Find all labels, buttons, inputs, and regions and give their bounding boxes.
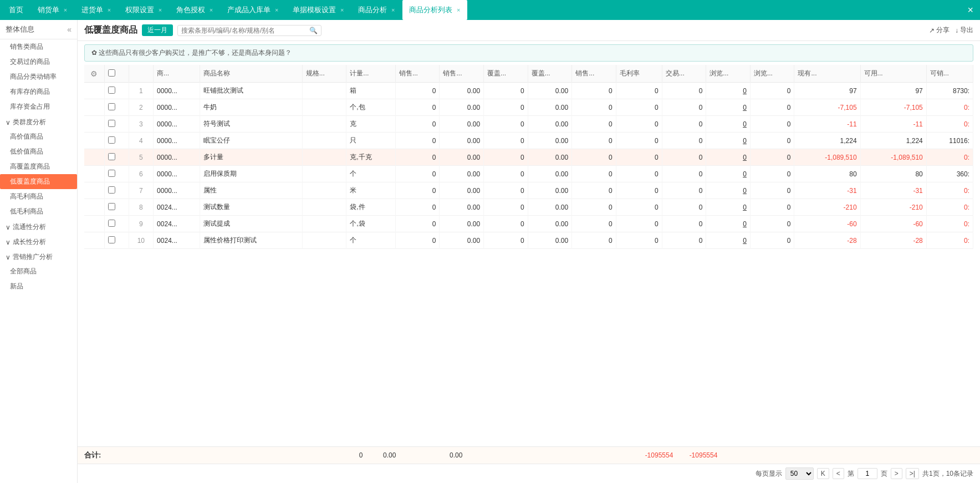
nav-permissions[interactable]: 权限设置 ×	[119, 0, 169, 20]
nav-purchase[interactable]: 进货单 ×	[75, 0, 118, 20]
export-button[interactable]: ↓ 导出	[955, 26, 973, 35]
per-page-select[interactable]: 20 50 100	[785, 467, 814, 480]
row-checkbox[interactable]	[108, 120, 115, 127]
row-settings	[84, 99, 104, 116]
settings-icon[interactable]: ⚙	[90, 69, 98, 78]
nav-analysis[interactable]: 商品分析 ×	[351, 0, 401, 20]
nav-analysis-list[interactable]: 商品分析列表 ×	[402, 0, 467, 20]
sidebar-item-high-margin[interactable]: 高毛利商品	[0, 189, 77, 204]
nav-sales-close[interactable]: ×	[64, 7, 67, 13]
row-checkbox[interactable]	[108, 153, 115, 160]
nav-sales[interactable]: 销货单 ×	[31, 0, 74, 20]
nav-template[interactable]: 单据模板设置 ×	[286, 0, 350, 20]
nav-warehouse[interactable]: 产成品入库单 ×	[221, 0, 285, 20]
row-b1[interactable]: 0	[706, 99, 751, 116]
sidebar-item-high-value[interactable]: 高价值商品	[0, 129, 77, 144]
row-b1[interactable]: 0	[706, 166, 751, 182]
total-s2: 0.00	[366, 451, 399, 459]
sidebar-item-low-margin[interactable]: 低毛利商品	[0, 204, 77, 219]
row-b1[interactable]: 0	[706, 149, 751, 166]
row-stock2: -1,089,510	[860, 149, 926, 166]
row-b1[interactable]: 0	[706, 199, 751, 216]
sidebar-item-traded-goods[interactable]: 交易过的商品	[0, 54, 77, 69]
table-row: 2 0000... 牛奶 个,包 0 0.00 0 0.00 0 0 0 0 0…	[84, 99, 973, 116]
sidebar-item-new-goods[interactable]: 新品	[0, 279, 77, 294]
col-settings[interactable]: ⚙	[84, 65, 104, 83]
last-page-button[interactable]: >|	[906, 468, 919, 479]
row-b1[interactable]: 0	[706, 83, 751, 99]
row-c2: 0.00	[528, 116, 572, 133]
row-code: 0000...	[154, 149, 200, 166]
liquidity-expand-icon: ∨	[6, 223, 11, 231]
per-page-label: 每页显示	[756, 469, 782, 479]
nav-ana-close[interactable]: ×	[391, 7, 395, 13]
sidebar-item-high-coverage[interactable]: 高覆盖度商品	[0, 159, 77, 174]
growth-expand-icon: ∨	[6, 238, 11, 246]
row-s1: 0	[395, 199, 440, 216]
window-close-button[interactable]: ×	[963, 4, 978, 16]
nav-analist-close[interactable]: ×	[457, 7, 460, 13]
row-checkbox[interactable]	[108, 170, 115, 177]
nav-role[interactable]: 角色授权 ×	[170, 0, 220, 20]
sidebar-section-liquidity[interactable]: ∨ 流通性分析	[0, 219, 77, 234]
share-label: 分享	[936, 26, 950, 35]
sidebar-item-low-coverage[interactable]: 低覆盖度商品	[0, 174, 77, 189]
col-sales2: 销售...	[440, 65, 484, 83]
nav-purchase-close[interactable]: ×	[108, 7, 111, 13]
row-spec	[302, 83, 346, 99]
row-saleable: 11016:	[926, 133, 973, 149]
share-button[interactable]: ↗ 分享	[929, 26, 950, 35]
row-gross: 0	[616, 133, 662, 149]
search-icon[interactable]: 🔍	[309, 27, 318, 34]
sidebar-item-all-goods[interactable]: 全部商品	[0, 264, 77, 279]
nav-tpl-close[interactable]: ×	[340, 7, 344, 13]
sidebar-section-cluster[interactable]: ∨ 类群度分析	[0, 114, 77, 129]
nav-wh-close[interactable]: ×	[275, 7, 278, 13]
row-b1[interactable]: 0	[706, 133, 751, 149]
col-gross: 毛利率	[616, 65, 662, 83]
nav-home[interactable]: 首页	[2, 0, 30, 20]
page-number-input[interactable]	[858, 468, 877, 479]
row-checkbox[interactable]	[108, 203, 115, 210]
row-s1: 0	[395, 116, 440, 133]
row-b1[interactable]: 0	[706, 232, 751, 249]
next-page-button[interactable]: >	[891, 468, 902, 479]
row-spec	[302, 199, 346, 216]
row-checkbox[interactable]	[108, 236, 115, 243]
sidebar-section-marketing[interactable]: ∨ 营销推广分析	[0, 249, 77, 264]
sidebar-section-growth[interactable]: ∨ 成长性分析	[0, 234, 77, 249]
table-container[interactable]: ⚙ 商... 商品名称 规格... 计量... 销售... 销售... 覆盖..…	[78, 65, 980, 446]
row-checkbox[interactable]	[108, 103, 115, 110]
search-input[interactable]	[181, 27, 307, 34]
select-all-checkbox[interactable]	[108, 69, 115, 77]
row-b1[interactable]: 0	[706, 116, 751, 133]
row-checkbox[interactable]	[108, 220, 115, 227]
sidebar-item-category-rate[interactable]: 商品分类动销率	[0, 69, 77, 84]
row-checkbox[interactable]	[108, 136, 115, 144]
row-s3: 0	[572, 216, 616, 232]
sidebar-item-stock-capital[interactable]: 库存资金占用	[0, 99, 77, 114]
row-settings	[84, 116, 104, 133]
col-browse2: 浏览...	[750, 65, 794, 83]
row-unit: 只	[346, 133, 396, 149]
row-stock2: -7,105	[860, 99, 926, 116]
sidebar-item-stocked-goods[interactable]: 有库存的商品	[0, 84, 77, 99]
sidebar-collapse-button[interactable]: «	[67, 25, 72, 34]
row-s3: 0	[572, 182, 616, 199]
row-saleable: 0:	[926, 216, 973, 232]
row-b2: 0	[750, 199, 794, 216]
row-b1[interactable]: 0	[706, 216, 751, 232]
period-button[interactable]: 近一月	[142, 24, 173, 36]
row-checkbox[interactable]	[108, 87, 115, 94]
total-s1: 0	[333, 451, 366, 459]
row-checkbox[interactable]	[108, 186, 115, 194]
nav-role-close[interactable]: ×	[210, 7, 213, 13]
row-b1[interactable]: 0	[706, 182, 751, 199]
row-unit: 个,包	[346, 99, 396, 116]
nav-perm-close[interactable]: ×	[159, 7, 162, 13]
prev-page-button[interactable]: <	[833, 468, 844, 479]
sidebar-item-sales-goods[interactable]: 销售类商品	[0, 39, 77, 54]
sidebar-item-low-value[interactable]: 低价值商品	[0, 144, 77, 159]
col-checkbox[interactable]	[104, 65, 129, 83]
first-page-button[interactable]: K	[817, 468, 829, 479]
